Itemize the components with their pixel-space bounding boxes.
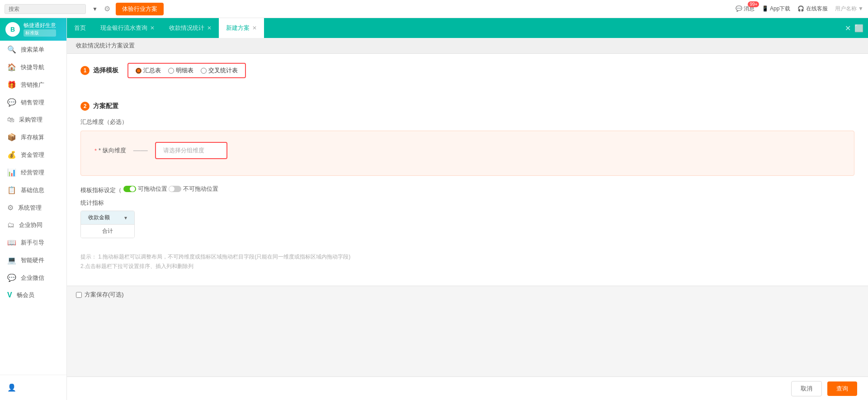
sidebar-item-inventory[interactable]: 📦 库存核算 (0, 128, 66, 146)
corp-icon: 🗂 (7, 221, 14, 229)
tab-close-collection[interactable]: ✕ (207, 25, 212, 31)
non-draggable-label: 不可拖动位置 (183, 185, 218, 193)
save-plan-checkbox-label[interactable]: 方案保存(可选) (76, 291, 859, 299)
sidebar-item-label: 智能硬件 (21, 256, 44, 264)
sidebar-bottom: 👤 (0, 375, 66, 400)
dimension-area: * * 纵向维度 —— 请选择分组维度 (80, 131, 854, 176)
sidebar-item-marketing[interactable]: 🎁 营销推广 (0, 76, 66, 94)
top-bar-dropdown[interactable]: ▼ (90, 5, 100, 13)
action-bar: 取消 查询 (67, 376, 868, 400)
user-info[interactable]: 用户名称 ▼ (835, 5, 863, 13)
step1-row: 1 选择模板 汇总表 明细表 (80, 63, 854, 78)
guide-icon: 📖 (7, 238, 16, 247)
radio-detail[interactable]: 明细表 (168, 66, 193, 75)
hint-row-1: 提示： 1.拖动标题栏可以调整布局，不可跨维度或指标区域拖动栏目字段(只能在同一… (80, 253, 854, 261)
tab-new-plan[interactable]: 新建方案 ✕ (219, 18, 264, 38)
service-icon: 🎧 (797, 5, 804, 12)
query-button[interactable]: 查询 (827, 381, 857, 396)
draggable-label: 可拖动位置 (138, 185, 167, 193)
radio-cross-label: 交叉统计表 (208, 66, 238, 75)
tab-close-cashflow[interactable]: ✕ (150, 25, 155, 31)
dimension-select[interactable]: 请选择分组维度 (155, 142, 227, 159)
sidebar-item-hardware[interactable]: 💻 智能硬件 (0, 251, 66, 269)
hint-row-2: 2.点击标题栏下拉可设置排序、插入列和删除列 (80, 263, 854, 270)
home-icon: 🏠 (7, 63, 16, 71)
tab-label: 现金银行流水查询 (100, 24, 147, 32)
search-input[interactable] (5, 4, 86, 14)
search-icon: 🔍 (7, 45, 16, 54)
wechat-icon: 💬 (7, 273, 16, 282)
required-star: * (94, 147, 97, 154)
tab-label: 新建方案 (226, 24, 250, 32)
sidebar-logo: B 畅捷通好生意 标准版 (0, 18, 66, 41)
sidebar-item-label: 库存核算 (21, 133, 44, 141)
sidebar-item-label: 系统管理 (18, 204, 42, 212)
sidebar-item-label: 企业微信 (21, 274, 44, 282)
sidebar-item-finance[interactable]: 💰 资金管理 (0, 146, 66, 164)
sidebar-item-member[interactable]: V 畅会员 (0, 287, 66, 304)
sidebar-item-corp[interactable]: 🗂 企业协同 (0, 216, 66, 234)
close-window-icon[interactable]: ✕ (845, 24, 851, 33)
sidebar-item-sales[interactable]: 💬 销售管理 (0, 94, 66, 111)
save-plan-label: 方案保存(可选) (85, 291, 124, 299)
hint-section: 提示： 1.拖动标题栏可以调整布局，不可跨维度或指标区域拖动栏目字段(只能在同一… (80, 249, 854, 277)
step2-badge: 2 (80, 102, 90, 111)
tab-label: 收款情况统计 (169, 24, 204, 32)
metrics-header-text: 收款金额 (88, 214, 110, 221)
metrics-table-header[interactable]: 收款金额 ▾ (81, 211, 134, 224)
step1-badge: 1 (80, 66, 90, 75)
tab-bar: 首页 现金银行流水查询 ✕ 收款情况统计 ✕ 新建方案 ✕ ✕ ⬜ (67, 18, 868, 38)
tab-collection[interactable]: 收款情况统计 ✕ (162, 18, 219, 38)
hardware-icon: 💻 (7, 256, 16, 264)
sidebar-item-bottom1[interactable]: 👤 (0, 379, 66, 396)
page-header: 收款情况统计方案设置 (67, 38, 868, 54)
radio-detail-label: 明细表 (176, 66, 193, 75)
sidebar-item-guide[interactable]: 📖 新手引导 (0, 234, 66, 251)
sidebar-item-operations[interactable]: 📊 经营管理 (0, 164, 66, 181)
messages-btn[interactable]: 💬 消息 99+ (736, 5, 755, 13)
trial-btn[interactable]: 体验行业方案 (116, 3, 164, 15)
logo-badge: 标准版 (24, 29, 56, 37)
dimension-section-title: 汇总维度（必选） (80, 118, 854, 126)
tab-label: 首页 (74, 24, 86, 32)
sidebar-item-label: 基础信息 (21, 186, 44, 194)
sidebar-item-purchase[interactable]: 🛍 采购管理 (0, 111, 66, 128)
sidebar-item-nav[interactable]: 🏠 快捷导航 (0, 58, 66, 76)
chevron-down-icon[interactable]: ▾ (124, 215, 127, 221)
maximize-icon[interactable]: ⬜ (854, 24, 863, 33)
sidebar-item-label: 畅会员 (17, 291, 34, 299)
vertical-dimension-label: * * 纵向维度 (94, 146, 126, 155)
finance-icon: 💰 (7, 151, 16, 159)
save-plan-checkbox[interactable] (76, 292, 82, 298)
arrow-right-icon: —— (133, 146, 148, 155)
radio-cross[interactable]: 交叉统计表 (201, 66, 238, 75)
sidebar-item-wechat[interactable]: 💬 企业微信 (0, 269, 66, 287)
non-draggable-toggle[interactable] (169, 186, 181, 192)
metrics-group-label: 统计指标 (80, 199, 854, 207)
gear-icon[interactable]: ⚙ (104, 5, 110, 13)
metrics-settings-label: 模板指标设定（ 可拖动位置 不可拖动位置 (80, 185, 218, 194)
tab-cashflow[interactable]: 现金银行流水查询 ✕ (93, 18, 162, 38)
tab-home[interactable]: 首页 (67, 18, 93, 38)
sidebar-item-label: 资金管理 (21, 151, 44, 159)
purchase-icon: 🛍 (7, 116, 14, 124)
cancel-button[interactable]: 取消 (791, 381, 822, 396)
template-options-box: 汇总表 明细表 交叉统计表 (127, 63, 246, 78)
radio-summary[interactable]: 汇总表 (136, 66, 161, 75)
metrics-table-row: 合计 (81, 224, 134, 238)
service-btn[interactable]: 🎧 在线客服 (797, 5, 827, 13)
page-title: 收款情况统计方案设置 (76, 42, 135, 49)
draggable-toggle[interactable] (123, 186, 136, 192)
sidebar-item-label: 营销推广 (21, 81, 44, 89)
tab-close-new-plan[interactable]: ✕ (252, 25, 257, 31)
step1-title: 选择模板 (93, 66, 118, 75)
sales-icon: 💬 (7, 98, 16, 107)
dimension-placeholder: 请选择分组维度 (163, 147, 204, 154)
message-icon: 💬 (736, 5, 742, 12)
metrics-section: 模板指标设定（ 可拖动位置 不可拖动位置 统计指标 (80, 185, 854, 240)
download-btn[interactable]: 📱 App下载 (762, 5, 790, 13)
sidebar-item-basic-info[interactable]: 📋 基础信息 (0, 181, 66, 199)
sidebar-item-search[interactable]: 🔍 搜索菜单 (0, 41, 66, 58)
member-icon: V (7, 291, 12, 299)
sidebar-item-system[interactable]: ⚙ 系统管理 (0, 199, 66, 216)
